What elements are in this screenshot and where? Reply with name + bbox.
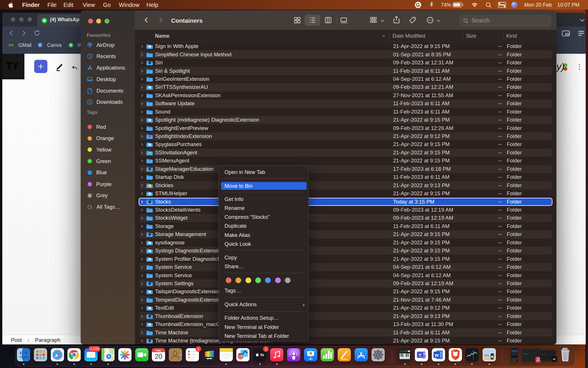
svg-text:tv: tv — [260, 352, 264, 357]
svg-text:20: 20 — [155, 352, 163, 360]
svg-text:FEB: FEB — [156, 349, 161, 352]
svg-text:C: C — [39, 43, 41, 47]
svg-text:4: 4 — [70, 44, 71, 46]
svg-text:W: W — [435, 353, 439, 358]
svg-text:4: 4 — [44, 20, 45, 22]
svg-text:T: T — [419, 353, 421, 358]
